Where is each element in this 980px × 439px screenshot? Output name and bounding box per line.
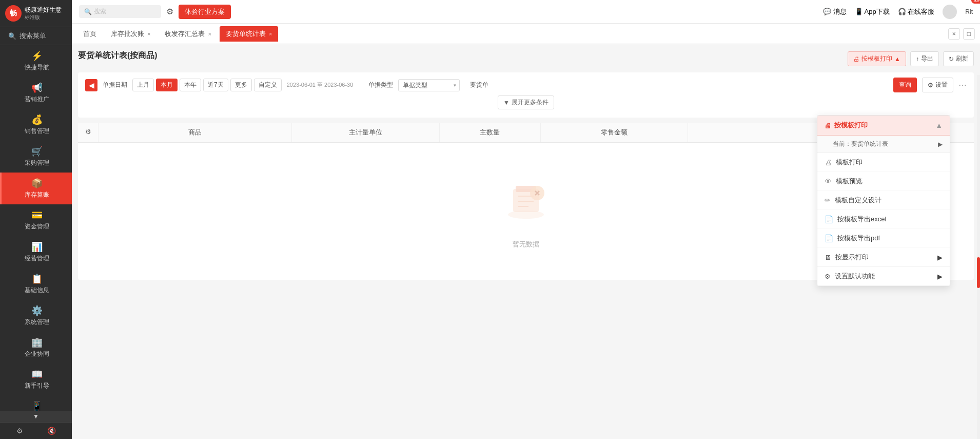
settings-label: 设置 — [935, 81, 948, 89]
date-btn-this-month[interactable]: 本月 — [156, 79, 178, 91]
tab-home[interactable]: 首页 — [77, 26, 103, 42]
finance-icon: 💳 — [31, 209, 43, 221]
sales-icon: 💰 — [31, 114, 43, 125]
sidebar-item-app[interactable]: 📱 应用中心 — [0, 395, 72, 411]
guide-label: 新手引导 — [25, 381, 49, 390]
dropdown-sub-display-print[interactable]: 🖥 按显示打印 ▶ — [817, 248, 950, 267]
dropdown-item-template-print[interactable]: 🖨 模板打印 — [817, 153, 950, 172]
date-btn-this-year[interactable]: 本年 — [180, 79, 201, 91]
empty-text: 暂无数据 — [513, 240, 539, 249]
sidebar-item-sales[interactable]: 💰 销售管理 — [0, 109, 72, 141]
dropdown-chevron-up[interactable]: ▲ — [935, 121, 943, 129]
date-btn-last-month[interactable]: 上月 — [132, 79, 154, 91]
sidebar-item-finance[interactable]: 💳 资金管理 — [0, 204, 72, 236]
header-search-bar[interactable]: 🔍 搜索 — [79, 5, 161, 18]
online-service-button[interactable]: 🎧 在线客服 — [898, 7, 935, 16]
download-icon: 📱 — [855, 8, 863, 15]
page-header: 要货单统计表(按商品) 🖨 按模板打印 ▲ ↑ 导出 ↻ 刷新 — [78, 50, 974, 67]
sidebar-item-marketing[interactable]: 📢 营销推广 — [0, 77, 72, 109]
dropdown-item-template-preview[interactable]: 👁 模板预览 — [817, 172, 950, 191]
export-button[interactable]: ↑ 导出 — [910, 51, 939, 66]
sidebar-item-basic[interactable]: 📋 基础信息 — [0, 268, 72, 300]
tab-order-stats-close[interactable]: × — [269, 31, 272, 37]
message-badge: 99+ — [971, 0, 980, 4]
dropdown-current-item[interactable]: 当前：要货单统计表 ▶ — [817, 136, 950, 153]
sidebar-scroll-down[interactable]: ▼ — [0, 411, 72, 422]
refresh-button[interactable]: ↻ 刷新 — [943, 51, 974, 66]
app-download-button[interactable]: 📱 App下载 — [855, 7, 890, 16]
tab-collect-summary[interactable]: 收发存汇总表 × — [159, 26, 217, 42]
query-button[interactable]: 查询 — [893, 78, 917, 92]
filter-toggle-btn[interactable]: ◀ — [85, 79, 97, 91]
dropdown-item-export-pdf[interactable]: 📄 按模板导出pdf — [817, 229, 950, 248]
user-avatar[interactable] — [943, 5, 957, 19]
sidebar: 畅 畅康通好生意 标准版 🔍 搜索菜单 ⚡ 快捷导航 📢 营销推广 💰 销售管理… — [0, 0, 72, 439]
sidebar-item-system[interactable]: ⚙️ 系统管理 — [0, 300, 72, 332]
tab-inventory-batch-close[interactable]: × — [147, 31, 150, 37]
export-excel-icon: 📄 — [825, 215, 833, 223]
export-icon: ↑ — [916, 55, 919, 63]
current-template-arrow: ▶ — [938, 141, 943, 148]
date-btn-7days[interactable]: 近7天 — [203, 79, 228, 91]
sidebar-item-operation[interactable]: 📊 经营管理 — [0, 236, 72, 268]
mute-icon[interactable]: 🔇 — [47, 427, 56, 435]
settings-gear-icon[interactable]: ⚙ — [166, 7, 173, 16]
date-btn-custom[interactable]: 自定义 — [254, 79, 282, 91]
dropdown-sub-set-default[interactable]: ⚙ 设置默认功能 ▶ — [817, 267, 950, 286]
search-icon-header: 🔍 — [84, 8, 92, 15]
action-bar: 🖨 按模板打印 ▲ ↑ 导出 ↻ 刷新 — [848, 51, 974, 66]
date-btn-more[interactable]: 更多 — [230, 79, 252, 91]
th-settings[interactable]: ⚙ — [78, 123, 99, 142]
display-print-icon: 🖥 — [825, 254, 831, 261]
date-range-display: 2023-06-01 至 2023-06-30 — [287, 81, 354, 89]
close-all-tabs-button[interactable]: × — [948, 28, 960, 40]
set-default-icon: ⚙ — [825, 273, 831, 280]
goods-filter-label: 要货单 — [470, 81, 488, 89]
expand-icon: ▼ — [503, 99, 509, 106]
settings-icon-btn: ⚙ — [928, 82, 933, 89]
refresh-label: 刷新 — [956, 54, 968, 63]
date-label: 单据日期 — [103, 81, 127, 89]
trial-button[interactable]: 体验行业方案 — [179, 5, 231, 19]
basic-label: 基础信息 — [25, 286, 49, 295]
tab-inventory-batch[interactable]: 库存批次账 × — [105, 26, 156, 42]
expand-more-button[interactable]: ▼ 展开更多条件 — [498, 96, 554, 109]
tab-order-stats[interactable]: 要货单统计表 × — [220, 26, 278, 42]
set-default-arrow: ▶ — [937, 273, 943, 280]
tab-collect-summary-close[interactable]: × — [208, 31, 211, 37]
sidebar-item-enterprise[interactable]: 🏢 企业协同 — [0, 332, 72, 364]
expand-label: 展开更多条件 — [512, 98, 548, 107]
messages-button[interactable]: 💬 消息 99+ — [823, 7, 847, 16]
doc-type-select[interactable]: 单据类型 — [398, 79, 460, 91]
sidebar-item-quick-nav[interactable]: ⚡ 快捷导航 — [0, 45, 72, 77]
sidebar-item-purchase[interactable]: 🛒 采购管理 — [0, 141, 72, 173]
template-preview-label: 模板预览 — [836, 177, 863, 186]
dropdown-item-template-custom[interactable]: ✏ 模板自定义设计 — [817, 191, 950, 210]
tabs-bar-actions: × □ — [948, 28, 975, 40]
enterprise-icon: 🏢 — [31, 337, 43, 348]
settings-icon[interactable]: ⚙ — [16, 427, 23, 435]
more-options-icon[interactable]: ⋯ — [958, 80, 967, 90]
tab-order-stats-label: 要货单统计表 — [226, 29, 266, 39]
date-buttons: 上月 本月 本年 近7天 更多 自定义 — [132, 79, 282, 91]
settings-button[interactable]: ⚙ 设置 — [922, 78, 953, 92]
template-custom-label: 模板自定义设计 — [835, 196, 881, 205]
dropdown-item-export-excel[interactable]: 📄 按模板导出excel — [817, 210, 950, 229]
sidebar-search-menu[interactable]: 🔍 搜索菜单 — [0, 27, 72, 45]
print-template-label: 按模板打印 — [861, 54, 892, 63]
guide-icon: 📖 — [31, 369, 43, 380]
top-header: 🔍 搜索 ⚙ 体验行业方案 💬 消息 99+ 📱 App下载 🎧 在线客服 Ri… — [72, 0, 980, 24]
tabs-bar: 首页 库存批次账 × 收发存汇总表 × 要货单统计表 × × □ — [72, 24, 980, 44]
template-custom-icon: ✏ — [825, 196, 831, 204]
tab-collect-summary-label: 收发存汇总表 — [165, 29, 205, 39]
sidebar-item-inventory[interactable]: 📦 库存算账 — [0, 173, 72, 204]
print-template-button[interactable]: 🖨 按模板打印 ▲ — [848, 51, 906, 66]
sidebar-item-guide[interactable]: 📖 新手引导 — [0, 364, 72, 395]
expand-window-button[interactable]: □ — [963, 28, 975, 40]
dropdown-header: 🖨 按模板打印 ▲ — [817, 116, 950, 136]
filter-card: ◀ 单据日期 上月 本月 本年 近7天 更多 自定义 2023-06-01 至 … — [78, 72, 974, 118]
set-default-label: 设置默认功能 — [835, 272, 875, 281]
filter-row-1: ◀ 单据日期 上月 本月 本年 近7天 更多 自定义 2023-06-01 至 … — [85, 78, 967, 92]
sidebar-bottom: ⚙ 🔇 — [0, 422, 72, 439]
scrollbar-thumb[interactable] — [977, 257, 980, 288]
